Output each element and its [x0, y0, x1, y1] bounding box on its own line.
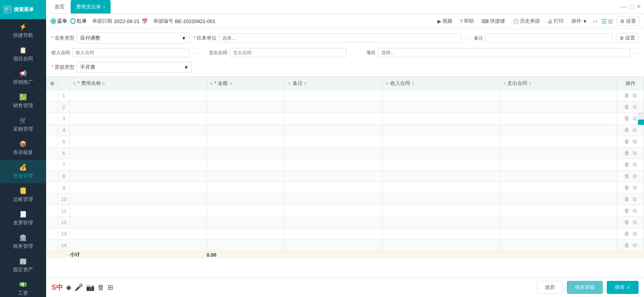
- payee-more-btn[interactable]: ···: [465, 35, 470, 41]
- note-input[interactable]: [485, 33, 612, 43]
- row-delete-icon-2[interactable]: 🗑: [624, 104, 629, 110]
- cell-income-3[interactable]: [382, 113, 500, 124]
- brand-trash-icon[interactable]: 🗑: [98, 284, 104, 292]
- row-copy-icon-12[interactable]: ⧉: [633, 219, 637, 225]
- row-delete-icon-3[interactable]: 🗑: [624, 115, 629, 121]
- row-copy-icon-9[interactable]: ⧉: [633, 184, 637, 191]
- cell-expense-11[interactable]: [500, 205, 617, 217]
- cell-name-1[interactable]: [70, 90, 207, 101]
- cell-income-9[interactable]: [382, 182, 500, 194]
- cell-expense-3[interactable]: [500, 113, 617, 124]
- cell-expense-8[interactable]: [500, 171, 617, 182]
- sidebar-item-capital[interactable]: 💰资金管理: [0, 160, 46, 183]
- th-note[interactable]: ⇅ 备注 ⇅: [285, 77, 382, 90]
- prev-arrow[interactable]: ‹: [593, 18, 595, 24]
- cell-expense-13[interactable]: [500, 228, 617, 240]
- row-copy-icon-11[interactable]: ⧉: [633, 207, 637, 214]
- cell-amount-2[interactable]: [207, 101, 285, 113]
- th-expense-sort2[interactable]: ⇅: [529, 82, 532, 86]
- th-amount[interactable]: ⇅ * 金额 ⇅: [207, 77, 285, 90]
- th-amount-sort2[interactable]: ⇅: [229, 82, 232, 86]
- date-value[interactable]: 2022-09-21: [114, 18, 140, 24]
- cell-amount-8[interactable]: [207, 171, 285, 182]
- sidebar-item-purchase[interactable]: 🛒采购管理: [0, 113, 46, 136]
- cell-amount-5[interactable]: [207, 136, 285, 148]
- row-copy-icon-14[interactable]: ⧉: [633, 242, 637, 248]
- row-delete-icon-14[interactable]: 🗑: [624, 242, 629, 248]
- cell-note-11[interactable]: [285, 205, 382, 217]
- row-delete-icon-8[interactable]: 🗑: [624, 173, 629, 179]
- cell-name-6[interactable]: [70, 148, 207, 159]
- list-view-icon[interactable]: ☰: [601, 18, 607, 25]
- red-bill-radio[interactable]: 红单: [70, 18, 87, 25]
- cell-income-14[interactable]: [382, 240, 500, 251]
- row-copy-icon-6[interactable]: ⧉: [633, 150, 637, 156]
- row-delete-icon-6[interactable]: 🗑: [624, 150, 629, 156]
- cell-amount-9[interactable]: [207, 182, 285, 194]
- th-income-sort2[interactable]: ⇅: [412, 82, 415, 86]
- cell-expense-9[interactable]: [500, 182, 617, 194]
- right-edge-tab-1[interactable]: [638, 113, 644, 118]
- cell-amount-13[interactable]: [207, 228, 285, 240]
- row-copy-icon-4[interactable]: ⧉: [633, 127, 637, 133]
- cell-note-2[interactable]: [285, 101, 382, 113]
- th-name[interactable]: ⇅ * 费用名称 ⇅: [70, 77, 207, 90]
- cell-income-12[interactable]: [382, 217, 500, 228]
- brand-camera-icon[interactable]: 📷: [86, 283, 94, 292]
- right-edge-tab-2[interactable]: [638, 119, 644, 125]
- row-delete-icon-7[interactable]: 🗑: [624, 161, 629, 168]
- cell-amount-4[interactable]: [207, 124, 285, 136]
- cell-name-10[interactable]: [70, 194, 207, 205]
- cell-note-12[interactable]: [285, 217, 382, 228]
- cell-name-12[interactable]: [70, 217, 207, 228]
- sidebar-item-fixed-assets[interactable]: 🏢固定资产: [0, 254, 46, 277]
- cell-income-13[interactable]: [382, 228, 500, 240]
- cell-amount-10[interactable]: [207, 194, 285, 205]
- sidebar-item-sales[interactable]: 💹销售管理: [0, 90, 46, 113]
- cell-note-4[interactable]: [285, 124, 382, 136]
- cell-income-11[interactable]: [382, 205, 500, 217]
- row-delete-icon-9[interactable]: 🗑: [624, 184, 629, 191]
- video-btn[interactable]: ▶ 视频: [435, 17, 454, 25]
- cell-expense-4[interactable]: [500, 124, 617, 136]
- brand-s-icon[interactable]: S中: [51, 283, 63, 292]
- cell-income-6[interactable]: [382, 148, 500, 159]
- cell-income-1[interactable]: [382, 90, 500, 101]
- cell-amount-3[interactable]: [207, 113, 285, 124]
- cell-note-13[interactable]: [285, 228, 382, 240]
- form-settings-btn[interactable]: ⚙ 设置: [616, 33, 639, 43]
- tab-expense[interactable]: 费用支出单 ×: [71, 0, 111, 13]
- history-btn[interactable]: 🕒 历史单据: [511, 17, 542, 25]
- settings-button[interactable]: ⚙ 设置: [617, 16, 639, 26]
- sidebar-item-project-contract[interactable]: 📋项目合同: [0, 43, 46, 66]
- cell-amount-12[interactable]: [207, 217, 285, 228]
- payee-input[interactable]: [219, 33, 462, 43]
- grid-view-icon[interactable]: ⊞: [608, 18, 613, 25]
- income-contract-input[interactable]: [72, 48, 189, 57]
- row-copy-icon-3[interactable]: ⧉: [633, 115, 637, 121]
- row-delete-icon-10[interactable]: 🗑: [624, 196, 629, 202]
- cell-expense-7[interactable]: [500, 159, 617, 171]
- cell-income-4[interactable]: [382, 124, 500, 136]
- print-btn[interactable]: 🖨 打印: [546, 17, 566, 25]
- row-delete-icon-1[interactable]: 🗑: [624, 92, 629, 98]
- cell-note-7[interactable]: [285, 159, 382, 171]
- cell-note-1[interactable]: [285, 90, 382, 101]
- th-income-contract[interactable]: ⇅ 收入合同 ⇅: [382, 77, 500, 90]
- row-copy-icon-2[interactable]: ⧉: [633, 104, 637, 110]
- row-copy-icon-10[interactable]: ⧉: [633, 196, 637, 202]
- cell-name-5[interactable]: [70, 136, 207, 148]
- table-gear-icon[interactable]: ⚙: [50, 81, 55, 86]
- cell-name-2[interactable]: [70, 101, 207, 113]
- cell-expense-1[interactable]: [500, 90, 617, 101]
- row-delete-icon-13[interactable]: 🗑: [624, 231, 629, 237]
- save-draft-button[interactable]: 保存草稿: [567, 281, 603, 294]
- cell-name-9[interactable]: [70, 182, 207, 194]
- sidebar-item-ledger[interactable]: 📒总账管理: [0, 183, 46, 207]
- row-delete-icon-5[interactable]: 🗑: [624, 138, 629, 144]
- cell-expense-2[interactable]: [500, 101, 617, 113]
- cell-expense-12[interactable]: [500, 217, 617, 228]
- cell-income-8[interactable]: [382, 171, 500, 182]
- expense-contract-input[interactable]: [230, 48, 346, 57]
- window-maximize[interactable]: □: [630, 3, 634, 10]
